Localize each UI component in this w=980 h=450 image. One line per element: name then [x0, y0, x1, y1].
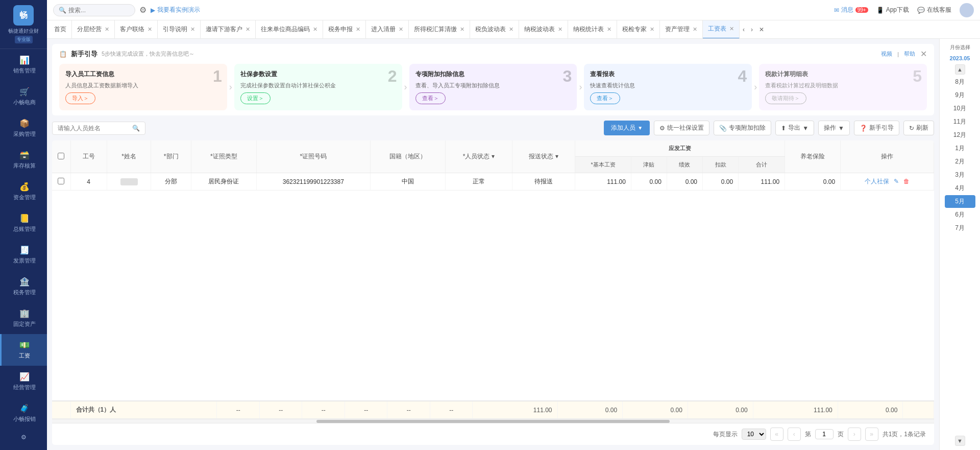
- sidebar-item-小畅报销[interactable]: 🧳小畅报销: [0, 397, 47, 424]
- month-item-10月[interactable]: 10月: [945, 102, 975, 115]
- tab-税检专家[interactable]: 税检专家✕: [617, 20, 660, 39]
- tab-close-7[interactable]: ✕: [399, 26, 403, 33]
- tab-close-6[interactable]: ✕: [356, 26, 360, 33]
- tab-close-all[interactable]: ✕: [756, 20, 767, 39]
- tab-close-13[interactable]: ✕: [693, 26, 697, 33]
- horizontal-scrollbar[interactable]: [52, 419, 934, 423]
- scrollbar-thumb[interactable]: [316, 420, 669, 423]
- sidebar-item-库存核算[interactable]: 🗃️库存核算: [0, 144, 47, 176]
- op-edit-0[interactable]: ✎: [894, 178, 899, 185]
- row-checkbox-0[interactable]: [52, 173, 70, 191]
- page-next-btn[interactable]: ›: [848, 428, 861, 441]
- page-input[interactable]: [815, 429, 834, 439]
- guide-button[interactable]: ❓ 新手引导: [854, 121, 899, 135]
- tab-邀请下游客户[interactable]: 邀请下游客户✕: [201, 20, 256, 39]
- sidebar-item-小畅电商[interactable]: 🛒小畅电商: [0, 81, 47, 112]
- sidebar-item-经营管理[interactable]: 📈经营管理: [0, 366, 47, 397]
- topbar-settings-icon[interactable]: ⚙: [139, 5, 146, 15]
- refresh-button[interactable]: ↻ 刷新: [903, 121, 934, 135]
- step-btn-3[interactable]: 查看＞: [415, 92, 446, 104]
- topbar-search-box[interactable]: 🔍: [53, 4, 135, 16]
- step-btn-2[interactable]: 设置＞: [240, 92, 271, 104]
- tab-close-10[interactable]: ✕: [558, 26, 562, 33]
- page-last-btn[interactable]: »: [865, 428, 878, 441]
- row-check-0[interactable]: [58, 178, 64, 184]
- select-all-checkbox[interactable]: [58, 153, 64, 159]
- topbar-online-btn[interactable]: 💬 在线客服: [917, 6, 951, 14]
- tab-close-9[interactable]: ✕: [509, 26, 513, 33]
- tab-close-11[interactable]: ✕: [607, 26, 611, 33]
- tab-纳税统计表[interactable]: 纳税统计表✕: [568, 20, 617, 39]
- tab-close-12[interactable]: ✕: [650, 26, 654, 33]
- month-item-9月[interactable]: 9月: [945, 89, 975, 102]
- month-down-btn[interactable]: ▼: [955, 436, 965, 446]
- special-deduction-button[interactable]: 📎 专项附加扣除: [714, 121, 771, 135]
- export-button[interactable]: ⬆ 导出 ▼: [775, 121, 814, 135]
- sidebar-item-发票管理[interactable]: 🧾发票管理: [0, 239, 47, 271]
- topbar-app-btn[interactable]: 📱 App下载: [876, 6, 909, 14]
- month-item-5月[interactable]: 5月: [945, 195, 975, 208]
- tab-税务申报[interactable]: 税务申报✕: [323, 20, 366, 39]
- add-staff-button[interactable]: 添加人员 ▼: [604, 121, 650, 135]
- page-first-btn[interactable]: «: [770, 428, 783, 441]
- tab-资产管理[interactable]: 资产管理✕: [660, 20, 703, 39]
- sidebar-item-资金管理[interactable]: 💰资金管理: [0, 176, 47, 207]
- op-del-0[interactable]: 🗑: [903, 178, 910, 185]
- tab-close-14[interactable]: ✕: [729, 26, 734, 32]
- settings-icon[interactable]: ⚙: [17, 430, 31, 445]
- sidebar-item-工资[interactable]: 💵工资: [0, 334, 47, 366]
- sidebar-item-总账管理[interactable]: 📒总账管理: [0, 207, 47, 239]
- month-item-6月[interactable]: 6月: [945, 208, 975, 221]
- staff-search-box[interactable]: 🔍: [52, 122, 145, 135]
- tab-close-1[interactable]: ✕: [105, 26, 109, 33]
- tab-scroll-right[interactable]: ›: [748, 20, 756, 39]
- page-prev-btn[interactable]: ‹: [788, 428, 801, 441]
- tab-往来单位商品编码[interactable]: 往来单位商品编码✕: [256, 20, 323, 39]
- topbar-demo-link[interactable]: ▶ 我要看实例演示: [151, 6, 200, 14]
- sidebar-item-采购管理[interactable]: 📦采购管理: [0, 112, 47, 144]
- tab-close-2[interactable]: ✕: [148, 26, 152, 33]
- staff-search-input[interactable]: [58, 125, 129, 132]
- month-item-2月[interactable]: 2月: [945, 155, 975, 168]
- topbar-search-input[interactable]: [68, 7, 130, 14]
- tab-close-4[interactable]: ✕: [246, 26, 250, 33]
- tab-税负波动表[interactable]: 税负波动表✕: [470, 20, 519, 39]
- staff-search-icon[interactable]: 🔍: [132, 125, 140, 132]
- guide-close-btn[interactable]: ✕: [920, 49, 927, 59]
- operate-button[interactable]: 操作 ▼: [818, 121, 850, 135]
- month-up-btn[interactable]: ▲: [955, 64, 965, 75]
- tab-工资表[interactable]: 工资表✕: [703, 20, 740, 39]
- tab-close-8[interactable]: ✕: [460, 26, 464, 33]
- tab-分层经营[interactable]: 分层经营✕: [72, 20, 115, 39]
- month-item-8月[interactable]: 8月: [945, 76, 975, 88]
- tab-所得税汇算清缴[interactable]: 所得税汇算清缴✕: [409, 20, 470, 39]
- tab-scroll-left[interactable]: ‹: [740, 20, 748, 39]
- guide-video-link[interactable]: 视频: [881, 50, 892, 58]
- month-item-11月[interactable]: 11月: [945, 115, 975, 128]
- sidebar-item-销售管理[interactable]: 📊销售管理: [0, 49, 47, 81]
- table-scroll-area[interactable]: 工号 *姓名 *部门 *证照类型 *证照号码 国籍（地区） *人员状态 ▾ 报送…: [52, 140, 934, 400]
- sidebar-item-税务管理[interactable]: 🏦税务管理: [0, 271, 47, 302]
- month-item-4月[interactable]: 4月: [945, 182, 975, 195]
- tab-close-3[interactable]: ✕: [190, 26, 195, 33]
- page-size-select[interactable]: 10 20 50: [742, 429, 766, 440]
- sidebar-item-固定资产[interactable]: 🏢固定资产: [0, 302, 47, 334]
- op-social-0[interactable]: 个人社保: [865, 178, 889, 185]
- month-item-12月[interactable]: 12月: [945, 129, 975, 141]
- tab-引导说明[interactable]: 引导说明✕: [158, 20, 201, 39]
- step-btn-1[interactable]: 导入＞: [65, 92, 95, 104]
- tab-首页[interactable]: 首页: [49, 20, 72, 39]
- social-settings-button[interactable]: ⚙ 统一社保设置: [654, 121, 709, 135]
- month-item-3月[interactable]: 3月: [945, 169, 975, 181]
- step-btn-4[interactable]: 查看＞: [590, 92, 620, 104]
- tab-进入清册[interactable]: 进入清册✕: [366, 20, 409, 39]
- guide-help-link[interactable]: 帮助: [904, 50, 915, 58]
- user-avatar[interactable]: [960, 3, 974, 17]
- tab-close-5[interactable]: ✕: [313, 26, 317, 33]
- tab-纳税波动表[interactable]: 纳税波动表✕: [519, 20, 568, 39]
- topbar-msg-btn[interactable]: ✉ 消息 99+: [834, 6, 868, 14]
- tab-客户联络[interactable]: 客户联络✕: [115, 20, 158, 39]
- month-item-1月[interactable]: 1月: [945, 142, 975, 155]
- step-btn-5[interactable]: 敬请期待＞: [765, 92, 806, 104]
- month-item-7月[interactable]: 7月: [945, 222, 975, 234]
